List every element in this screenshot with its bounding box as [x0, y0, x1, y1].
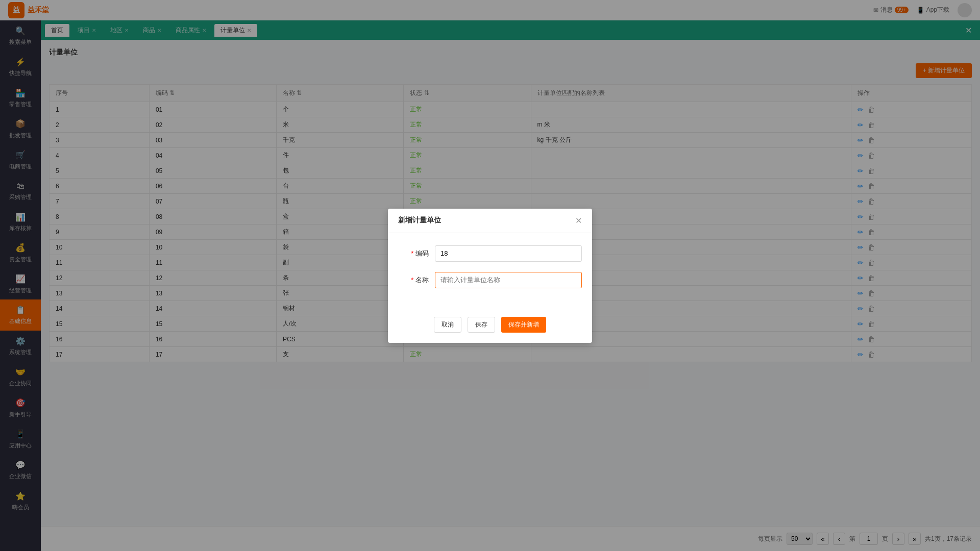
- modal-close-button[interactable]: ✕: [575, 216, 582, 226]
- form-row-code: 编码: [398, 245, 582, 262]
- form-row-name: 名称: [398, 272, 582, 288]
- name-label: 名称: [398, 276, 429, 285]
- modal-header: 新增计量单位 ✕: [388, 209, 592, 233]
- add-measure-unit-modal: 新增计量单位 ✕ 编码 名称 取消 保存 保存并新增: [388, 209, 592, 343]
- modal-footer: 取消 保存 保存并新增: [388, 311, 592, 343]
- code-label: 编码: [398, 249, 429, 258]
- code-input[interactable]: [435, 245, 582, 262]
- modal-body: 编码 名称: [388, 233, 592, 311]
- modal-title: 新增计量单位: [398, 216, 441, 225]
- name-input[interactable]: [435, 272, 582, 288]
- save-continue-button[interactable]: 保存并新增: [501, 317, 546, 333]
- save-button[interactable]: 保存: [468, 317, 495, 333]
- modal-overlay: 新增计量单位 ✕ 编码 名称 取消 保存 保存并新增: [0, 0, 980, 551]
- cancel-button[interactable]: 取消: [434, 317, 461, 333]
